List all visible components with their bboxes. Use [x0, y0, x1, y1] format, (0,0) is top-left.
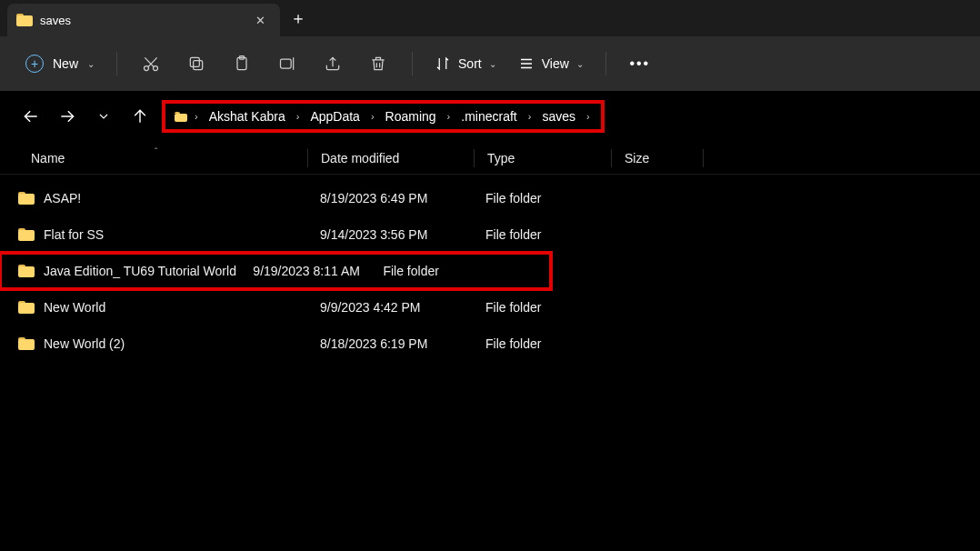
folder-icon — [18, 192, 35, 205]
file-name: ASAP! — [44, 191, 81, 205]
tab-saves[interactable]: saves ✕ — [7, 4, 280, 36]
column-header-label: Type — [487, 151, 515, 165]
chevron-down-icon: ⌄ — [489, 59, 496, 69]
svg-point-0 — [145, 66, 149, 71]
folder-icon — [16, 14, 33, 26]
table-row[interactable]: Flat for SS9/14/2023 3:56 PMFile folder — [0, 216, 980, 253]
file-name: Flat for SS — [44, 227, 104, 242]
folder-icon — [18, 337, 35, 350]
cell-type: File folder — [473, 336, 609, 351]
folder-icon — [18, 265, 35, 277]
column-header-label: Size — [625, 151, 649, 165]
column-header-name[interactable]: ˆ Name — [0, 151, 307, 165]
folder-icon — [175, 112, 187, 122]
column-header-date[interactable]: Date modified — [308, 151, 474, 165]
chevron-down-icon: ⌄ — [87, 59, 95, 69]
toolbar: + New ⌄ Sort ⌄ View ⌄ ••• — [0, 36, 980, 91]
folder-icon — [18, 301, 35, 314]
cut-button[interactable] — [130, 45, 172, 82]
cell-date: 8/18/2023 6:19 PM — [307, 336, 473, 351]
chevron-down-icon: ⌄ — [576, 59, 584, 69]
cell-name: Java Edition_ TU69 Tutorial World — [0, 264, 240, 278]
column-header-label: Name — [31, 151, 65, 165]
svg-point-1 — [154, 66, 158, 71]
recent-locations-button[interactable] — [85, 98, 122, 135]
breadcrumb-item[interactable]: saves — [538, 107, 579, 125]
column-header-row: ˆ Name Date modified Type Size — [0, 142, 980, 175]
chevron-right-icon: › — [369, 111, 376, 122]
plus-circle-icon: + — [25, 55, 44, 73]
view-icon — [518, 55, 535, 72]
breadcrumb-label: Akshat Kabra — [209, 109, 285, 124]
delete-button[interactable] — [357, 45, 399, 82]
new-button[interactable]: + New ⌄ — [16, 49, 104, 78]
copy-button[interactable] — [175, 45, 217, 82]
view-button[interactable]: View ⌄ — [509, 50, 593, 77]
breadcrumb-item[interactable]: Roaming — [382, 107, 440, 125]
cell-date: 9/14/2023 3:56 PM — [307, 227, 473, 242]
file-name: New World — [44, 300, 105, 315]
cell-type: File folder — [370, 264, 478, 278]
cell-date: 8/19/2023 6:49 PM — [307, 191, 473, 205]
column-header-label: Date modified — [321, 151, 399, 165]
file-list: ASAP!8/19/2023 6:49 PMFile folderFlat fo… — [0, 175, 980, 362]
forward-button[interactable] — [49, 98, 85, 135]
cell-date: 9/19/2023 8:11 AM — [240, 264, 370, 278]
chevron-right-icon: › — [295, 111, 302, 122]
toolbar-divider — [605, 52, 606, 75]
sort-icon — [435, 55, 451, 72]
breadcrumb-label: AppData — [310, 109, 359, 124]
cell-type: File folder — [473, 191, 609, 205]
nav-row: › Akshat Kabra › AppData › Roaming › .mi… — [0, 91, 980, 142]
more-options-button[interactable]: ••• — [619, 45, 661, 82]
sort-asc-icon: ˆ — [155, 147, 157, 157]
cell-name: ASAP! — [0, 191, 307, 205]
file-name: New World (2) — [44, 336, 125, 351]
chevron-right-icon: › — [526, 111, 534, 122]
tab-title: saves — [40, 14, 242, 27]
cell-name: New World — [0, 300, 307, 315]
column-divider[interactable] — [703, 149, 704, 167]
folder-icon — [18, 228, 35, 241]
cell-type: File folder — [473, 227, 609, 242]
chevron-right-icon: › — [193, 111, 200, 122]
cell-name: New World (2) — [0, 336, 307, 351]
breadcrumb-label: Roaming — [385, 109, 436, 124]
table-row[interactable]: New World9/9/2023 4:42 PMFile folder — [0, 289, 980, 326]
cell-type: File folder — [473, 300, 609, 315]
chevron-right-icon: › — [585, 111, 592, 122]
sort-button[interactable]: Sort ⌄ — [425, 50, 505, 77]
breadcrumb-item[interactable]: AppData — [306, 107, 363, 125]
breadcrumb-item[interactable]: Akshat Kabra — [205, 107, 289, 125]
chevron-right-icon: › — [445, 111, 453, 122]
cell-name: Flat for SS — [0, 227, 307, 242]
toolbar-divider — [116, 52, 117, 75]
breadcrumb-label: .minecraft — [461, 109, 516, 124]
cell-date: 9/9/2023 4:42 PM — [307, 300, 473, 315]
table-row[interactable]: ASAP!8/19/2023 6:49 PMFile folder — [0, 180, 980, 216]
column-header-type[interactable]: Type — [475, 151, 611, 165]
nav-arrows — [13, 98, 158, 135]
table-row[interactable]: New World (2)8/18/2023 6:19 PMFile folde… — [0, 326, 980, 362]
share-button[interactable] — [312, 45, 354, 82]
tab-strip: saves ✕ ＋ — [0, 0, 980, 36]
table-row[interactable]: Java Edition_ TU69 Tutorial World9/19/20… — [0, 253, 551, 289]
new-button-label: New — [53, 56, 78, 71]
paste-button[interactable] — [221, 45, 263, 82]
column-header-size[interactable]: Size — [612, 151, 703, 165]
sort-button-label: Sort — [458, 56, 482, 71]
breadcrumb-label: saves — [542, 109, 575, 124]
file-name: Java Edition_ TU69 Tutorial World — [44, 264, 236, 278]
back-button[interactable] — [13, 98, 49, 135]
rename-button[interactable] — [266, 45, 308, 82]
up-button[interactable] — [122, 98, 158, 135]
view-button-label: View — [542, 56, 569, 71]
breadcrumb: › Akshat Kabra › AppData › Roaming › .mi… — [162, 100, 605, 133]
svg-rect-6 — [281, 59, 292, 68]
svg-rect-3 — [190, 57, 199, 66]
svg-rect-2 — [194, 61, 203, 70]
close-tab-button[interactable]: ✕ — [249, 9, 271, 31]
toolbar-divider — [412, 52, 413, 75]
breadcrumb-item[interactable]: .minecraft — [457, 107, 520, 125]
new-tab-button[interactable]: ＋ — [280, 2, 316, 35]
